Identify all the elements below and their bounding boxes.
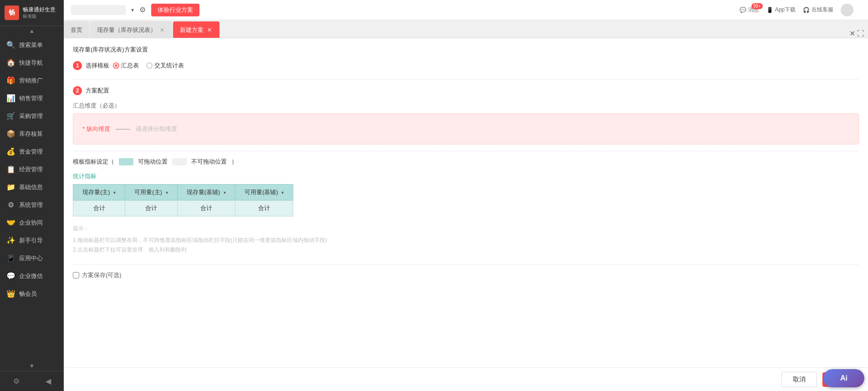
clipboard-icon: 📋 — [6, 165, 15, 174]
section-template: 1 选择模板 汇总表 交叉统计表 — [73, 61, 859, 70]
folder-icon: 📁 — [6, 183, 15, 191]
sidebar-scroll-up[interactable]: ▲ — [0, 26, 64, 36]
gift-icon: 🎁 — [6, 76, 15, 85]
user-avatar[interactable] — [841, 4, 853, 16]
cell-stock-main: 合计 — [73, 201, 125, 216]
cell-available-main: 合计 — [125, 201, 177, 216]
sidebar-item-member[interactable]: 👑 畅会员 — [0, 285, 64, 303]
sidebar-footer: ⚙ ◀ — [0, 371, 64, 391]
app-logo: 畅 — [5, 5, 19, 20]
sidebar-item-wechat[interactable]: 💬 企业微信 — [0, 267, 64, 285]
home-tab-label: 首页 — [71, 26, 82, 34]
save-label: 方案保存(可选) — [82, 271, 122, 279]
phone-icon: 📱 — [6, 254, 15, 262]
dimension-box[interactable]: * 纵向维度 —— 请选择分组维度 — [73, 113, 859, 144]
section2-number: 2 — [73, 86, 82, 95]
sidebar-item-marketing[interactable]: 🎁 营销推广 — [0, 72, 64, 89]
radio-cross-dot — [146, 62, 153, 69]
chart-icon: 📊 — [6, 94, 15, 103]
sidebar-scroll-down[interactable]: ▼ — [0, 361, 64, 371]
col-stock-main[interactable]: 现存量(主) ▾ — [73, 185, 125, 201]
movable-indicator — [119, 158, 133, 165]
topbar-gear-btn[interactable]: ⚙ — [139, 5, 146, 14]
dim-label: 汇总维度（必选） — [73, 102, 859, 110]
sidebar-header: 畅 畅康通好生意 标准版 — [0, 0, 64, 26]
footer: 取消 查询 — [64, 367, 868, 391]
cart-icon: 🛒 — [6, 112, 15, 120]
radio-summary[interactable]: 汇总表 — [113, 62, 139, 70]
content-area: 现存量(库存状况表)方案设置 1 选择模板 汇总表 交叉统计表 — [64, 38, 868, 367]
message-icon: 💬 — [740, 7, 746, 13]
cancel-button[interactable]: 取消 — [781, 372, 817, 387]
hint-2: 2.点击标题栏下拉可设置排序、插入列和删除列 — [73, 245, 859, 255]
sidebar-item-contract[interactable]: 🤝 企业协同 — [0, 214, 64, 232]
sidebar-item-search[interactable]: 🔍 搜索菜单 — [0, 36, 64, 54]
gear-icon: ⚙ — [6, 201, 15, 209]
sidebar-item-system[interactable]: ⚙ 系统管理 — [0, 196, 64, 214]
sidebar-item-inventory[interactable]: 📦 库存核算 — [0, 125, 64, 143]
save-option: 方案保存(可选) — [73, 271, 859, 279]
col-available-aux[interactable]: 可用量(基辅) ▾ — [235, 185, 293, 201]
section1-title: 选择模板 — [86, 62, 109, 70]
tab-close-btn[interactable]: ✕ — [849, 29, 855, 38]
tabs-bar: 首页 现存量（库存状况表） ✕ 新建方案 ✕ ✕ ⛶ — [64, 20, 868, 38]
col-available-main-chevron: ▾ — [166, 190, 168, 195]
sidebar-item-shortcut[interactable]: 🏠 快捷导航 — [0, 54, 64, 72]
topbar-dropdown-btn[interactable]: ▾ — [131, 7, 134, 13]
sidebar-item-guide[interactable]: ✨ 新手引导 — [0, 232, 64, 249]
topbar-search-input[interactable] — [71, 5, 126, 15]
section-config: 2 方案配置 汇总维度（必选） * 纵向维度 —— 请选择分组维度 模板指标设定… — [73, 86, 859, 255]
app-download-btn[interactable]: 📱 App下载 — [766, 6, 796, 14]
cell-available-aux: 合计 — [235, 201, 293, 216]
radio-cross[interactable]: 交叉统计表 — [146, 62, 184, 70]
sidebar-item-finance[interactable]: 💰 资金管理 — [0, 143, 64, 160]
page-title: 现存量(库存状况表)方案设置 — [73, 46, 859, 54]
message-btn[interactable]: 💬 消息 99+ — [740, 6, 759, 14]
settings-btn[interactable]: ⚙ — [10, 375, 23, 387]
section1-header: 1 选择模板 汇总表 交叉统计表 — [73, 61, 859, 70]
dim-placeholder: 请选择分组维度 — [136, 125, 177, 133]
tab-new-scheme[interactable]: 新建方案 ✕ — [173, 21, 220, 38]
col-available-aux-chevron: ▾ — [281, 190, 284, 195]
collapse-btn[interactable]: ◀ — [42, 375, 55, 387]
section1-number: 1 — [73, 61, 82, 70]
col-available-main[interactable]: 可用量(主) ▾ — [125, 185, 177, 201]
wechat-icon: 💬 — [6, 272, 15, 280]
tab-inventory-status[interactable]: 现存量（库存状况表） ✕ — [90, 21, 172, 38]
table-row: 合计 合计 合计 合计 — [73, 201, 293, 216]
new-scheme-tab-label: 新建方案 — [180, 26, 204, 34]
headset-icon: 🎧 — [803, 7, 810, 13]
dim-arrow: —— — [116, 125, 130, 133]
trial-button[interactable]: 体验行业方案 — [151, 4, 199, 16]
main-area: ▾ ⚙ 体验行业方案 💬 消息 99+ 📱 App下载 🎧 在线客服 首页 — [64, 0, 868, 391]
sidebar-item-operations[interactable]: 📋 经营管理 — [0, 160, 64, 178]
tab-home[interactable]: 首页 — [64, 21, 89, 38]
online-service-btn[interactable]: 🎧 在线客服 — [803, 6, 833, 14]
message-badge: 99+ — [751, 3, 763, 9]
topbar-right: 💬 消息 99+ 📱 App下载 🎧 在线客服 — [740, 4, 861, 16]
search-icon: 🔍 — [6, 41, 15, 49]
tab-new-scheme-close[interactable]: ✕ — [206, 27, 213, 33]
inventory-status-tab-label: 现存量（库存状况表） — [97, 26, 156, 34]
money-icon: 💰 — [6, 147, 15, 156]
app-title: 畅康通好生意 标准版 — [23, 6, 56, 20]
stats-table: 现存量(主) ▾ 可用量(主) ▾ 现存量(基辅) ▾ — [73, 184, 293, 216]
sidebar-item-purchase[interactable]: 🛒 采购管理 — [0, 107, 64, 125]
ai-fab-button[interactable]: Ai — [823, 369, 864, 387]
dim-vertical-label: * 纵向维度 — [82, 125, 110, 133]
sidebar-item-basic[interactable]: 📁 基础信息 — [0, 178, 64, 196]
sidebar-item-sales[interactable]: 📊 销售管理 — [0, 89, 64, 107]
col-stock-main-chevron: ▾ — [113, 190, 116, 195]
sidebar-nav: 🔍 搜索菜单 🏠 快捷导航 🎁 营销推广 📊 销售管理 🛒 采购管理 📦 库存核… — [0, 36, 64, 361]
hint-title: 提示： — [73, 224, 859, 234]
save-checkbox[interactable] — [73, 272, 79, 278]
col-stock-aux[interactable]: 现存量(基辅) ▾ — [177, 185, 235, 201]
home-icon: 🏠 — [6, 58, 15, 67]
template-radio-group: 汇总表 交叉统计表 — [113, 62, 184, 70]
ai-fab-label: Ai — [840, 374, 848, 382]
tab-inventory-status-close[interactable]: ✕ — [159, 27, 165, 33]
sidebar-item-apps[interactable]: 📱 应用中心 — [0, 249, 64, 267]
handshake-icon: 🤝 — [6, 218, 15, 227]
box-icon: 📦 — [6, 129, 15, 138]
tab-expand-btn[interactable]: ⛶ — [857, 30, 864, 38]
